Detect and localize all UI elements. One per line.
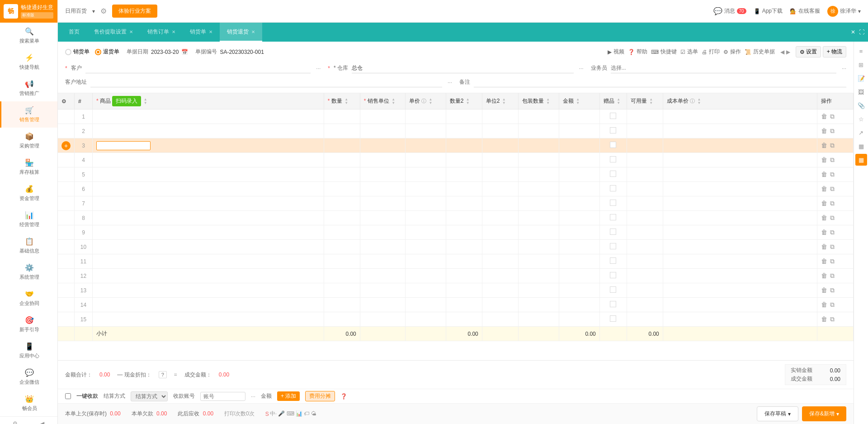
- save-draft-btn[interactable]: 保存草稿 ▾: [757, 406, 798, 421]
- row-cost-cell[interactable]: [663, 138, 817, 153]
- row-amount-cell[interactable]: [559, 153, 599, 167]
- row-unit-cell[interactable]: [360, 167, 405, 182]
- row-cost-cell[interactable]: [663, 196, 817, 211]
- row-delete-btn[interactable]: 🗑: [821, 257, 827, 265]
- row-delete-btn[interactable]: 🗑: [821, 185, 827, 193]
- row-price-cell[interactable]: [405, 254, 446, 269]
- row-unit2-cell[interactable]: [482, 110, 518, 124]
- row-amount-cell[interactable]: [559, 283, 599, 298]
- row-price-cell[interactable]: [405, 312, 446, 327]
- row-delete-btn[interactable]: 🗑: [821, 301, 827, 309]
- row-gift-cell[interactable]: [599, 182, 627, 196]
- col-sort-cost[interactable]: ▲▼: [697, 98, 701, 105]
- sidebar-item-marketing[interactable]: 📢 营销推广: [0, 75, 57, 101]
- app-download-btn[interactable]: 📱 App下载: [754, 7, 783, 15]
- row-pack-cell[interactable]: [518, 182, 559, 196]
- row-delete-btn[interactable]: 🗑: [821, 142, 827, 149]
- row-cost-cell[interactable]: [663, 225, 817, 240]
- gift-checkbox[interactable]: [610, 272, 616, 278]
- tab-sales-return[interactable]: 销货退货 ✕: [220, 23, 262, 42]
- row-unit-cell[interactable]: [360, 225, 405, 240]
- sidebar-item-system[interactable]: ⚙️ 系统管理: [0, 259, 57, 285]
- row-unit-cell[interactable]: [360, 312, 405, 327]
- row-qty2-cell[interactable]: [446, 182, 482, 196]
- row-unit2-cell[interactable]: [482, 298, 518, 312]
- row-unit-cell[interactable]: [360, 298, 405, 312]
- sidebar-item-basic[interactable]: 📋 基础信息: [0, 233, 57, 259]
- row-product-cell[interactable]: [93, 283, 324, 298]
- row-product-cell[interactable]: [93, 298, 324, 312]
- row-product-cell[interactable]: [93, 240, 324, 254]
- cost-price-info-icon[interactable]: ⓘ: [690, 98, 695, 104]
- daily-goods-selector[interactable]: 日用百货 ▾: [65, 7, 95, 15]
- save-new-btn[interactable]: 保存&新增 ▾: [802, 406, 846, 421]
- gift-checkbox[interactable]: [610, 301, 616, 307]
- row-delete-btn[interactable]: 🗑: [821, 127, 827, 135]
- row-pack-cell[interactable]: [518, 211, 559, 225]
- logistics-btn[interactable]: + 物流: [823, 46, 846, 57]
- col-settings[interactable]: ⚙: [58, 93, 75, 110]
- col-sort-amount[interactable]: ▲▼: [576, 98, 580, 105]
- row-amount-cell[interactable]: [559, 312, 599, 327]
- row-gift-cell[interactable]: [599, 312, 627, 327]
- row-copy-btn[interactable]: ⧉: [830, 301, 835, 309]
- sidebar-item-enterprise[interactable]: 🤝 企业协同: [0, 285, 57, 311]
- row-copy-btn[interactable]: ⧉: [830, 229, 835, 236]
- tab-sales-delivery[interactable]: 销货单 ✕: [183, 23, 220, 42]
- sqb-image[interactable]: 🖼: [855, 86, 867, 98]
- row-qty-cell[interactable]: [324, 110, 360, 124]
- row-price-cell[interactable]: [405, 196, 446, 211]
- sqb-star[interactable]: ☆: [855, 113, 867, 125]
- row-unit-cell[interactable]: [360, 110, 405, 124]
- row-delete-btn[interactable]: 🗑: [821, 272, 827, 280]
- row-qty2-cell[interactable]: [446, 254, 482, 269]
- row-qty-cell[interactable]: [324, 240, 360, 254]
- row-pack-cell[interactable]: [518, 196, 559, 211]
- row-cost-cell[interactable]: [663, 110, 817, 124]
- calendar-icon[interactable]: 📅: [181, 49, 188, 55]
- salesperson-input[interactable]: [611, 63, 836, 73]
- row-copy-btn[interactable]: ⧉: [830, 127, 835, 135]
- unit-price-info-icon[interactable]: ⓘ: [421, 98, 426, 104]
- row-copy-btn[interactable]: ⧉: [830, 142, 835, 149]
- gift-checkbox[interactable]: [610, 113, 616, 119]
- row-qty-cell[interactable]: [324, 153, 360, 167]
- row-copy-btn[interactable]: ⧉: [830, 156, 835, 164]
- row-gift-cell[interactable]: [599, 283, 627, 298]
- row-pack-cell[interactable]: [518, 138, 559, 153]
- calc-method-select[interactable]: 结算方式: [131, 391, 168, 401]
- row-avail-cell[interactable]: [627, 254, 663, 269]
- row-unit2-cell[interactable]: [482, 240, 518, 254]
- online-service-btn[interactable]: 💁 在线客服: [790, 7, 820, 15]
- tab-home[interactable]: 首页: [61, 23, 87, 42]
- tab-close-sales-return[interactable]: ✕: [251, 29, 255, 34]
- sidebar-item-appstore[interactable]: 📱 应用中心: [0, 338, 57, 364]
- customer-select-btn[interactable]: ···: [316, 65, 321, 71]
- row-delete-btn[interactable]: 🗑: [821, 171, 827, 178]
- message-btn[interactable]: 💬 消息 70: [713, 7, 746, 15]
- product-input[interactable]: [96, 141, 151, 150]
- row-avail-cell[interactable]: [627, 269, 663, 283]
- sqb-table-view[interactable]: ≡: [855, 45, 867, 57]
- gift-checkbox[interactable]: [610, 156, 616, 162]
- row-unit2-cell[interactable]: [482, 182, 518, 196]
- sidebar-settings-btn[interactable]: ⚙: [4, 420, 27, 424]
- col-sort-product[interactable]: ▲▼: [144, 98, 147, 105]
- row-price-cell[interactable]: [405, 167, 446, 182]
- row-copy-btn[interactable]: ⧉: [830, 272, 835, 280]
- gift-checkbox[interactable]: [610, 142, 616, 148]
- radio-delivery[interactable]: 销货单: [65, 48, 90, 56]
- row-product-cell[interactable]: [93, 138, 324, 153]
- row-copy-btn[interactable]: ⧉: [830, 171, 835, 178]
- topbar-gear-btn[interactable]: ⚙: [100, 7, 107, 15]
- row-pack-cell[interactable]: [518, 269, 559, 283]
- row-amount-cell[interactable]: [559, 254, 599, 269]
- row-qty-cell[interactable]: [324, 182, 360, 196]
- gift-checkbox[interactable]: [610, 229, 616, 235]
- row-pack-cell[interactable]: [518, 312, 559, 327]
- row-amount-cell[interactable]: [559, 298, 599, 312]
- sqb-note[interactable]: 📝: [855, 72, 867, 84]
- gift-checkbox[interactable]: [610, 214, 616, 220]
- account-input[interactable]: [200, 392, 245, 401]
- remark-input[interactable]: [474, 77, 846, 87]
